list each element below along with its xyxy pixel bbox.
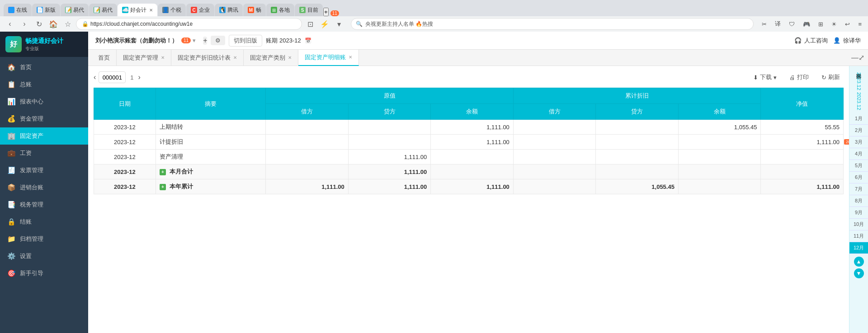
search-icon: 🔍 — [356, 21, 363, 27]
back-button[interactable]: ‹ — [4, 18, 16, 30]
dropdown-button[interactable]: ▾ — [333, 18, 345, 30]
cell-dep-debit-5 — [513, 179, 596, 194]
browser-tab-geshui[interactable]: 👤 个税 — [158, 4, 186, 16]
ledger-table: 日期 摘要 原值 累计折旧 净值 借方 贷方 余额 借方 贷方 余额 — [94, 88, 844, 194]
qr-icon[interactable]: ⊡ — [304, 18, 316, 30]
month-6[interactable]: 6月 — [849, 172, 868, 183]
sidebar-item-settings[interactable]: ⚙️ 设置 — [0, 248, 88, 265]
monthly-total-icon: + — [160, 169, 166, 175]
sidebar-item-tax[interactable]: 📑 税务管理 — [0, 196, 88, 213]
translate-btn[interactable]: 译 — [772, 19, 783, 29]
browser-tab-gedi[interactable]: ⊞ 各地 — [266, 4, 294, 16]
home-button[interactable]: 🏠 — [47, 18, 60, 30]
sidebar-item-inventory[interactable]: 📦 进销台账 — [0, 179, 88, 196]
lightning-button[interactable]: ⚡ — [318, 18, 331, 30]
user-profile[interactable]: 👤 徐译华 — [833, 37, 861, 45]
month-5[interactable]: 5月 — [849, 160, 868, 172]
sidebar-item-home[interactable]: 🏠 首页 — [0, 59, 88, 76]
tab-fixed-asset-mgmt[interactable]: 固定资产管理 ✕ — [117, 50, 171, 66]
month-1[interactable]: 1月 — [849, 113, 868, 125]
month-10[interactable]: 10月 — [849, 219, 868, 230]
sidebar-item-archive[interactable]: 📁 归档管理 — [0, 230, 88, 248]
tab-icon-yidai1: 📝 — [65, 7, 71, 13]
bookmark-button[interactable]: ☆ — [61, 18, 74, 30]
shield-btn[interactable]: 🛡 — [786, 20, 797, 28]
sidebar-item-funds[interactable]: 💰 资金管理 — [0, 110, 88, 127]
game-btn[interactable]: 🎮 — [800, 20, 813, 28]
menu-btn[interactable]: ≡ — [855, 20, 864, 28]
browser-tab-new[interactable]: 📄 新版 — [32, 4, 60, 16]
close-tab-asset-detail[interactable]: ✕ — [349, 55, 352, 60]
next-page-button[interactable]: › — [138, 73, 141, 81]
month-9[interactable]: 9月 — [849, 207, 868, 219]
minimize-button[interactable]: — — [851, 54, 859, 62]
sidebar-item-closing[interactable]: 🔒 结账 — [0, 213, 88, 230]
month-3[interactable]: 3月 — [849, 136, 868, 148]
sidebar-logo: 好 畅捷通好会计 专业版 — [0, 32, 88, 57]
close-tab-haokuaiji[interactable]: ✕ — [149, 8, 153, 13]
browser-tab-haokuaiji[interactable]: ☁️ 好会计 ✕ — [118, 4, 157, 16]
tab-asset-category[interactable]: 固定资产类别 ✕ — [244, 50, 298, 66]
browser-tab-yidai2[interactable]: 📝 易代 — [89, 4, 117, 16]
close-tab-asset-category[interactable]: ✕ — [288, 55, 292, 60]
print-button[interactable]: 🖨 打印 — [786, 71, 812, 83]
maximize-button[interactable]: ⤢ — [859, 53, 864, 62]
search-bar[interactable]: 🔍 央视更新主持人名单 🔥热搜 — [351, 18, 754, 30]
switch-version-button[interactable]: 切到旧版 — [229, 35, 262, 47]
scissor-btn[interactable]: ✂ — [759, 20, 769, 28]
reports-icon: 📊 — [7, 98, 15, 106]
company-selector[interactable]: 刘小艳演示账套（勿删勿动！） 11 ▾ — [95, 37, 196, 45]
sidebar-item-general-ledger[interactable]: 📋 总账 — [0, 76, 88, 93]
settings-button[interactable]: ⚙ — [211, 36, 225, 45]
sidebar-item-guide[interactable]: 🎯 新手引导 — [0, 265, 88, 282]
prev-page-button[interactable]: ‹ — [94, 73, 96, 81]
cell-original-balance-5: 1,111.00 — [431, 179, 514, 194]
browser-tab-tencent[interactable]: 🐧 腾讯 — [215, 4, 243, 16]
company-dropdown-arrow: ▾ — [193, 37, 196, 44]
app-tabs: 首页 固定资产管理 ✕ 固定资产折旧统计表 ✕ 固定资产类别 ✕ 固定资产明细账… — [88, 50, 868, 66]
brightness-btn[interactable]: ☀ — [829, 20, 840, 28]
sidebar-item-reports[interactable]: 📊 报表中心 — [0, 93, 88, 110]
month-11[interactable]: 11月 — [849, 230, 868, 242]
cell-original-debit-3 — [266, 150, 349, 164]
month-12[interactable]: 12月 — [849, 242, 868, 254]
close-tab-fixed-asset-mgmt[interactable]: ✕ — [161, 55, 165, 60]
grid-btn[interactable]: ⊞ — [816, 20, 826, 28]
month-2[interactable]: 2月 — [849, 125, 868, 136]
browser-tab-chang[interactable]: M 畅 — [243, 4, 266, 16]
new-tab-button[interactable]: + — [323, 8, 329, 16]
scroll-up-button[interactable]: ▲ — [854, 257, 864, 267]
add-company-button[interactable]: + — [203, 37, 207, 45]
browser-tab-muqian[interactable]: S 目前 — [295, 4, 323, 16]
download-button[interactable]: ⬇ 下载 ▾ — [750, 71, 780, 83]
address-bar[interactable]: 🔒 https://cloud.chanjet.com/accounting/u… — [76, 18, 302, 30]
page-number-input[interactable] — [99, 71, 126, 83]
main-content: 刘小艳演示账套（勿删勿动！） 11 ▾ + ⚙ 切到旧版 账期 2023-12 … — [88, 32, 868, 333]
month-8[interactable]: 8月 — [849, 195, 868, 207]
cell-original-credit-1 — [348, 120, 431, 135]
sidebar-item-fixed-assets[interactable]: 🏢 固定资产 — [0, 127, 88, 145]
refresh-button[interactable]: ↻ 刷新 — [818, 71, 844, 83]
close-tab-depreciation-stats[interactable]: ✕ — [233, 55, 237, 60]
browser-tab-yidai1[interactable]: 📝 易代 — [61, 4, 89, 16]
tab-depreciation-stats[interactable]: 固定资产折旧统计表 ✕ — [171, 50, 244, 66]
logo-text: 畅捷通好会计 专业版 — [25, 37, 63, 52]
nav-actions: ⬇ 下载 ▾ 🖨 打印 ↻ 刷新 — [750, 71, 844, 83]
month-4[interactable]: 4月 — [849, 148, 868, 160]
app-header: 刘小艳演示账套（勿删勿动！） 11 ▾ + ⚙ 切到旧版 账期 2023-12 … — [88, 32, 868, 50]
sidebar-item-invoice[interactable]: 🧾 发票管理 — [0, 162, 88, 179]
month-7[interactable]: 7月 — [849, 183, 868, 195]
reload-button[interactable]: ↻ — [33, 18, 45, 30]
sidebar-item-payroll[interactable]: 💼 工资 — [0, 145, 88, 162]
customer-service[interactable]: 🎧 人工咨询 — [794, 37, 828, 45]
browser-tab-qiye[interactable]: C 企业 — [186, 4, 214, 16]
forward-button[interactable]: › — [18, 18, 31, 30]
browser-tab-online[interactable]: 🌐 在线 — [4, 4, 32, 16]
undo-btn[interactable]: ↩ — [842, 20, 853, 28]
browser-toolbar: ‹ › ↻ 🏠 ☆ 🔒 https://cloud.chanjet.com/ac… — [0, 16, 868, 32]
calendar-icon: 📅 — [305, 38, 311, 44]
tab-asset-detail[interactable]: 固定资产明细账 ✕ — [298, 50, 359, 66]
tab-home[interactable]: 首页 — [92, 50, 117, 66]
scroll-down-button[interactable]: ▼ — [854, 268, 864, 278]
cell-dep-credit-1 — [596, 120, 679, 135]
